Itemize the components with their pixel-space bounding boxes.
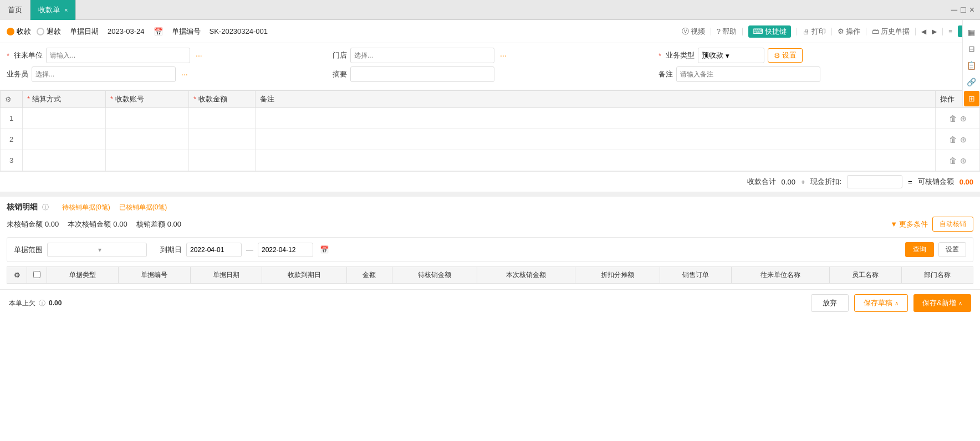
row-num-3: 3 <box>1 150 23 171</box>
tab-home[interactable]: 首页 <box>0 0 30 20</box>
form-row-1: * 往来单位 ··· 门店 ··· * 业务类型 预收款 ▾ ⚙ 设置 <box>7 48 973 63</box>
shortcut-btn[interactable]: ⌨快捷键 <box>748 25 791 38</box>
remark-input[interactable] <box>676 66 820 82</box>
minimize-icon[interactable]: ─ <box>951 5 957 15</box>
collect-total-value: 0.00 <box>782 178 795 186</box>
discount-label: 现金折扣: <box>810 177 841 187</box>
save-draft-arrow: ∧ <box>895 300 899 306</box>
date-from-input[interactable] <box>186 243 242 257</box>
range-select[interactable]: ▾ <box>47 243 147 257</box>
row-amount-1[interactable] <box>189 108 256 129</box>
cal-icon-from[interactable]: 📅 <box>320 245 329 254</box>
partner-input[interactable] <box>46 48 190 63</box>
footer-info-icon[interactable]: ⓘ <box>39 299 45 308</box>
history-btn[interactable]: 🗃历史单据 <box>872 27 910 37</box>
doc-date-value: 2023-03-24 <box>108 27 145 35</box>
side-icon-3[interactable]: 📋 <box>964 58 979 73</box>
partner-required: * <box>7 52 9 60</box>
save-new-btn[interactable]: 保存&新增 ∧ <box>913 294 971 312</box>
col-amount-header-b: 金额 <box>347 267 392 284</box>
side-icon-2[interactable]: ⊟ <box>964 41 979 57</box>
verifiable-value: 0.00 <box>959 178 973 186</box>
maximize-icon[interactable]: □ <box>961 5 966 15</box>
date-to-input[interactable] <box>258 243 313 257</box>
operation-btn[interactable]: ⚙操作 <box>838 27 860 37</box>
col-gear[interactable]: ⚙ <box>1 91 23 108</box>
calendar-icon[interactable]: 📅 <box>154 27 163 36</box>
current-label: 本次核销金额 <box>68 219 111 229</box>
copy-icon-1[interactable]: ⊕ <box>960 114 967 123</box>
row-amount-2[interactable] <box>189 129 256 150</box>
more-conditions-btn[interactable]: ▼ 更多条件 <box>890 219 928 229</box>
query-btn[interactable]: 查询 <box>905 242 934 257</box>
video-btn[interactable]: ⓥ视频 <box>682 27 705 37</box>
radio-receipt-label: 收款 <box>17 27 31 37</box>
list-btn[interactable]: ≡ <box>948 28 952 35</box>
footer: 本单上欠 ⓘ 0.00 放弃 保存草稿 ∧ 保存&新增 ∧ <box>0 289 980 316</box>
close-icon[interactable]: × <box>969 5 974 15</box>
radio-receipt[interactable]: 收款 <box>7 27 31 37</box>
form-settings-btn[interactable]: ⚙ 设置 <box>768 48 803 63</box>
row-note-3[interactable] <box>256 150 936 171</box>
partner-field: * 往来单位 ··· <box>7 48 321 63</box>
print-btn[interactable]: 🖨打印 <box>803 27 826 37</box>
diff-label: 核销差额 <box>136 219 165 229</box>
info-icon[interactable]: ⓘ <box>42 203 49 212</box>
radio-refund[interactable]: 退款 <box>37 27 61 37</box>
delete-icon-3[interactable]: 🗑 <box>949 156 957 165</box>
row-account-2[interactable] <box>106 129 189 150</box>
side-icon-5[interactable]: ⊞ <box>964 91 979 106</box>
divider6 <box>915 28 916 35</box>
col-employee-header: 员工名称 <box>830 267 901 284</box>
row-account-1[interactable] <box>106 108 189 129</box>
col-sales-header: 销售订单 <box>660 267 731 284</box>
side-icon-1[interactable]: ▦ <box>964 24 979 40</box>
side-icon-4[interactable]: 🔗 <box>964 74 979 90</box>
row-settle-3[interactable] <box>23 150 106 171</box>
copy-icon-2[interactable]: ⊕ <box>960 135 967 144</box>
tab-bar: 首页 收款单 × ─ □ × <box>0 0 980 20</box>
salesperson-input[interactable] <box>32 66 176 82</box>
discount-input[interactable] <box>847 175 902 188</box>
radio-refund-dot <box>37 28 44 35</box>
select-all-checkbox[interactable] <box>33 271 40 278</box>
help-btn[interactable]: ?帮助 <box>717 27 737 37</box>
row-num-2: 2 <box>1 129 23 150</box>
toolbar: 收款 退款 单据日期 2023-03-24 📅 单据编号 SK-20230324… <box>0 20 980 43</box>
delete-icon-2[interactable]: 🗑 <box>949 135 957 144</box>
row-note-1[interactable] <box>256 108 936 129</box>
col-type-header: 单据类型 <box>47 267 119 284</box>
save-new-arrow: ∧ <box>958 300 962 306</box>
filter-actions: ▼ 更多条件 自动核销 <box>890 217 973 232</box>
filter-row: 单据范围 ▾ 到期日 — 📅 查询 设置 <box>7 237 973 262</box>
business-type-select[interactable]: 预收款 ▾ <box>698 48 764 63</box>
tab-close-icon[interactable]: × <box>64 7 68 13</box>
salesperson-more-btn[interactable]: ··· <box>181 70 188 79</box>
tab-receipt[interactable]: 收款单 × <box>30 0 76 20</box>
row-account-3[interactable] <box>106 150 189 171</box>
section-title-text: 核销明细 <box>7 202 38 212</box>
filter-settings-btn[interactable]: 设置 <box>938 242 966 257</box>
remark-label: 备注 <box>659 69 673 79</box>
next-btn[interactable]: ▶ <box>932 28 937 35</box>
pending-tab[interactable]: 待核销单据(0笔) <box>62 203 110 212</box>
store-more-btn[interactable]: ··· <box>500 51 507 60</box>
col-checkbox[interactable] <box>27 267 47 284</box>
summary-input[interactable] <box>350 66 494 82</box>
copy-icon-3[interactable]: ⊕ <box>960 156 967 165</box>
row-settle-2[interactable] <box>23 129 106 150</box>
auto-verify-btn[interactable]: 自动核销 <box>932 217 973 232</box>
row-amount-3[interactable] <box>189 150 256 171</box>
row-note-2[interactable] <box>256 129 936 150</box>
partner-more-btn[interactable]: ··· <box>196 51 202 60</box>
done-tab[interactable]: 已核销单据(0笔) <box>119 203 167 212</box>
row-settle-1[interactable] <box>23 108 106 129</box>
save-draft-btn[interactable]: 保存草稿 ∧ <box>854 294 908 312</box>
delete-icon-1[interactable]: 🗑 <box>949 114 957 123</box>
prev-btn[interactable]: ◀ <box>921 28 926 35</box>
col-gear-bottom[interactable]: ⚙ <box>7 267 27 284</box>
diff-value: 0.00 <box>167 220 181 228</box>
store-input[interactable] <box>350 48 494 63</box>
discard-btn[interactable]: 放弃 <box>811 294 849 312</box>
partner-label: 往来单位 <box>14 50 43 60</box>
